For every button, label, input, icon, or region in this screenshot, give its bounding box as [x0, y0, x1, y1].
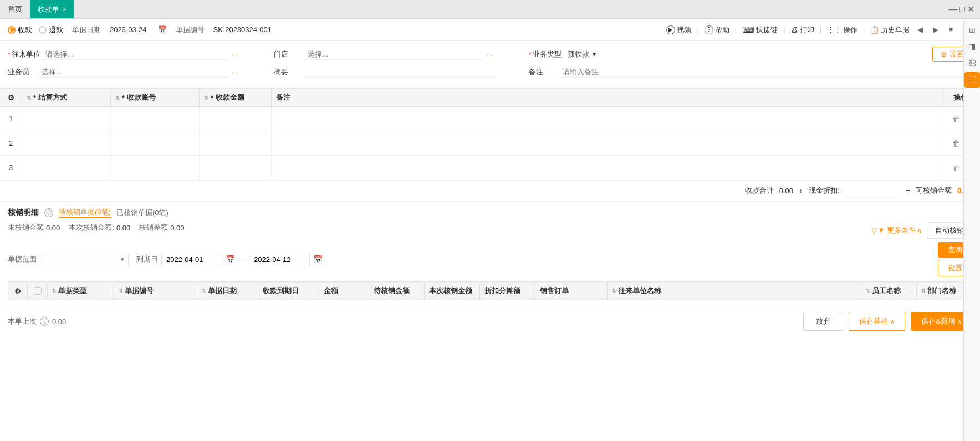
vth-amount: 金额 [319, 282, 369, 300]
th-account: ⇅ * 收款账号 [111, 89, 200, 106]
vth-settings-icon: ⚙ [14, 287, 21, 295]
nav-right-btn[interactable]: ▶ [931, 24, 941, 35]
th-settings[interactable]: ⚙ [0, 90, 22, 106]
vth-amount-label: 金额 [324, 286, 338, 296]
table-row: 1 🗑 ⧉ [0, 107, 980, 131]
sidebar-icon-2[interactable]: ◨ [964, 39, 980, 54]
tab-home[interactable]: 首页 [0, 0, 30, 18]
salesperson-more-btn[interactable]: ··· [228, 68, 241, 76]
td-row2-settle[interactable] [22, 131, 111, 155]
row3-delete-icon[interactable]: 🗑 [952, 163, 960, 172]
amount-required: * [211, 94, 213, 102]
verify-stats: 未核销金额 0.00 本次核销金额: 0.00 核销差额 0.00 [8, 223, 185, 233]
discount-input[interactable] [845, 185, 900, 196]
td-row2-amount[interactable] [200, 131, 272, 155]
row3-num: 3 [9, 163, 13, 172]
refund-radio[interactable]: 退款 [39, 25, 63, 35]
tab-home-label: 首页 [8, 4, 22, 14]
store-input[interactable] [304, 49, 483, 60]
maximize-btn[interactable]: □ [959, 4, 965, 14]
biz-type-dropdown[interactable]: ▾ [593, 50, 596, 58]
bottom-info-icon[interactable]: ⓘ [40, 317, 49, 326]
td-row3-account[interactable] [111, 156, 200, 180]
pending-tab[interactable]: 待核销单据(0笔) [59, 207, 111, 218]
minimize-btn[interactable]: — [948, 4, 957, 14]
range-select[interactable] [40, 253, 129, 266]
date-value: 2023-03-24 [110, 25, 147, 34]
td-row1-account[interactable] [111, 107, 200, 131]
td-row3-amount[interactable] [200, 156, 272, 180]
store-more-btn[interactable]: ··· [483, 50, 496, 59]
vth-discount: 折扣分摊额 [480, 282, 535, 300]
vth-salesorder-label: 销售订单 [540, 286, 569, 296]
counterpart-more-btn[interactable]: ··· [228, 50, 241, 59]
vth-check[interactable] [28, 283, 48, 299]
receipt-radio-circle [8, 26, 16, 34]
td-row1-settle[interactable] [22, 107, 111, 131]
nav-left-btn[interactable]: ◀ [915, 24, 925, 35]
abandon-btn[interactable]: 放弃 [803, 312, 843, 331]
settings-btn-label: 设置 [950, 49, 964, 59]
vth-thistime: 本次核销金额 [425, 282, 480, 300]
sidebar-icon-1[interactable]: ⊞ [964, 22, 980, 38]
verify-title: 核销明细 [8, 208, 39, 218]
td-row2-remark[interactable] [272, 131, 941, 155]
cal-from-icon[interactable]: 📅 [226, 255, 235, 264]
shortcut-btn[interactable]: ⌨ 快捷键 [742, 25, 778, 35]
date-from-input[interactable] [161, 253, 222, 266]
history-label: 历史单据 [881, 25, 910, 35]
vth-discount-label: 折扣分摊额 [484, 286, 520, 296]
cal-to-icon[interactable]: 📅 [313, 255, 323, 264]
salesperson-input[interactable] [38, 66, 228, 78]
sidebar-icon-4[interactable]: ⛶ [964, 72, 980, 88]
form-row-2: 业务员 ··· 摘要 备注 [8, 66, 972, 78]
save-draft-btn[interactable]: 保存草稿 ∧ [849, 312, 905, 331]
number-value: SK-20230324-001 [213, 25, 272, 34]
vth-thistime-label: 本次核销金额 [429, 286, 472, 296]
help-btn[interactable]: ? 帮助 [705, 25, 729, 35]
vth-num: ⇅ 单据编号 [114, 282, 197, 300]
prev-label: 本单上次 [8, 316, 37, 326]
remark-input[interactable] [559, 66, 972, 78]
tab-receipt-close[interactable]: × [63, 6, 67, 13]
td-row2-account[interactable] [111, 131, 200, 155]
more-conditions-btn[interactable]: ▽ ▼ 更多条件 ∧ [871, 225, 922, 235]
range-label: 单据范围 [8, 254, 37, 264]
video-btn[interactable]: ▶ 视频 [666, 25, 691, 35]
print-label: 打印 [800, 25, 814, 35]
vth-employee-label: 员工名称 [872, 286, 901, 296]
settings-gear-icon2: ⚙ [8, 94, 14, 102]
equals-sign: = [906, 187, 910, 195]
history-btn[interactable]: 📋 历史单据 [870, 25, 910, 35]
counterpart-input[interactable] [42, 49, 228, 60]
summary-input[interactable] [304, 66, 496, 78]
td-row1-remark[interactable] [272, 107, 941, 131]
net-label: 可核销金额 [916, 186, 952, 196]
tab-receipt[interactable]: 收款单 × [30, 0, 74, 18]
done-tab[interactable]: 已核销单据(0笔) [116, 208, 169, 218]
table-row: 2 🗑 ⧉ [0, 131, 980, 156]
row1-delete-icon[interactable]: 🗑 [952, 115, 960, 124]
td-row1-amount[interactable] [200, 107, 272, 131]
sidebar-icon-3[interactable]: ⛓ [964, 55, 980, 71]
chevron-up-icon: ∧ [917, 227, 922, 235]
print-btn[interactable]: 🖨 打印 [791, 25, 814, 35]
vth-settings[interactable]: ⚙ [8, 283, 28, 299]
sep3: | [783, 25, 785, 34]
table-row: 3 🗑 ⧉ [0, 156, 980, 180]
sort-employee-icon: ⇅ [866, 288, 870, 294]
shortcut-label: 快捷键 [756, 25, 778, 35]
date-calendar-icon[interactable]: 📅 [158, 25, 167, 34]
sort-date-icon: ⇅ [202, 288, 206, 294]
operation-btn[interactable]: ⋮⋮ 操作 [827, 25, 858, 35]
total-label: 收款合计 [745, 186, 774, 196]
verify-info-icon[interactable]: ⓘ [44, 208, 53, 217]
date-to-input[interactable] [249, 253, 310, 266]
receipt-table: ⚙ ⇅ * 结算方式 ⇅ * 收款账号 ⇅ * 收款金额 备注 操作 [0, 88, 980, 180]
receipt-radio[interactable]: 收款 [8, 25, 32, 35]
close-btn[interactable]: ✕ [967, 4, 974, 14]
td-row3-settle[interactable] [22, 156, 111, 180]
td-row3-remark[interactable] [272, 156, 941, 180]
row2-delete-icon[interactable]: 🗑 [952, 139, 960, 148]
view-list-btn[interactable]: ≡ [946, 24, 955, 35]
